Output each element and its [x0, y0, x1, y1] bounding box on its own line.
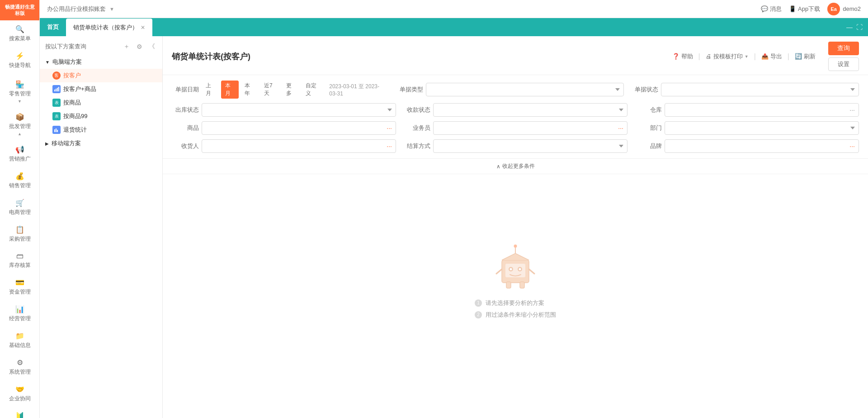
tab-bar-right: — ⛶ [846, 24, 868, 31]
svg-point-14 [514, 244, 517, 247]
print-button[interactable]: 🖨 按模板打印 ▼ [706, 52, 749, 61]
docstatus-label: 单据状态 [631, 86, 658, 94]
docstatus-select[interactable] [661, 83, 859, 96]
sidebar-item-finance[interactable]: 💳 资金管理 [0, 274, 39, 300]
tree-child-by-goods99[interactable]: 表 按商品99 [40, 109, 162, 123]
export-button[interactable]: 📤 导出 [761, 52, 782, 61]
tree-parent-mobile[interactable]: ▶ 移动端方案 [40, 137, 162, 150]
tree-child-by-goods[interactable]: 表 按商品 [40, 96, 162, 109]
sidebar-item-retail[interactable]: 🏪 零售管理 ▼ [0, 76, 39, 108]
collapse-panel-button[interactable]: 《 [147, 42, 157, 52]
svg-point-11 [510, 268, 512, 270]
tree-parent-desktop[interactable]: ▼ 电脑端方案 [40, 55, 162, 69]
refresh-button[interactable]: 🔄 刷新 [795, 52, 816, 61]
date-tab-last-month[interactable]: 上月 [202, 81, 219, 99]
sidebar-item-quicknav[interactable]: ⚡ 快捷导航 [0, 47, 39, 74]
paystatus-select[interactable] [433, 103, 627, 117]
sidebar-item-label: 快捷导航 [9, 62, 31, 69]
print-icon: 🖨 [706, 53, 712, 60]
date-tab-this-year[interactable]: 本年 [241, 81, 258, 99]
divider: | [698, 52, 700, 61]
sidebar: 畅捷通好生意 标版 🔍 搜索菜单 ⚡ 快捷导航 🏪 零售管理 ▼ 📦 批发管理 … [0, 0, 40, 418]
query-button[interactable]: 查询 [828, 42, 859, 55]
settings-scheme-button[interactable]: ⚙ [134, 42, 144, 52]
receiver-dots[interactable]: ··· [387, 142, 392, 150]
paystatus-label: 收款状态 [403, 106, 430, 114]
brand-dots[interactable]: ··· [849, 142, 855, 150]
date-tab-custom[interactable]: 自定义 [302, 81, 324, 99]
sidebar-item-guide[interactable]: 🔰 新手引导 [0, 407, 39, 418]
sidebar-item-search[interactable]: 🔍 搜索菜单 [0, 20, 39, 47]
chevron-down-icon: ▼ [18, 99, 22, 104]
breadcrumb-text: 办公用品行业模拟账套 [47, 5, 106, 13]
date-tab-more[interactable]: 更多 [282, 81, 300, 99]
empty-tip-2: 2 用过滤条件来缩小分析范围 [475, 311, 556, 319]
sidebar-item-purchase[interactable]: 📋 采购管理 [0, 221, 39, 247]
department-select[interactable] [665, 121, 859, 135]
tree-child-label: 按客户+商品 [63, 85, 96, 93]
outstatus-select[interactable] [202, 103, 396, 117]
svg-line-15 [496, 269, 502, 274]
main-wrapper: 办公用品行业模拟账套 ▼ 💬 消息 📱 App下载 Ea demo2 首页 销货… [40, 0, 868, 418]
by-goods-icon: 表 [52, 99, 61, 107]
date-tab-7days[interactable]: 近7天 [260, 81, 280, 99]
settlement-select[interactable] [433, 139, 627, 153]
basic-icon: 📁 [15, 332, 24, 340]
filter-col-outstatus: 出库状态 [172, 103, 396, 117]
sidebar-item-label: 系统管理 [9, 368, 31, 376]
sidebar-item-label: 资金管理 [9, 288, 31, 296]
sidebar-item-label: 搜索菜单 [9, 35, 31, 43]
collapse-up-icon: ∧ [496, 163, 500, 170]
by-goods99-icon: 表 [52, 112, 61, 120]
sidebar-item-enterprise[interactable]: 🤝 企业协同 [0, 380, 39, 407]
by-customer-goods-icon [52, 85, 61, 93]
tree-child-by-customer-goods[interactable]: 按客户+商品 [40, 82, 162, 96]
salesperson-dots[interactable]: ··· [618, 124, 623, 132]
tab-close-icon[interactable]: ✕ [141, 24, 145, 31]
sidebar-item-operation[interactable]: 📊 经营管理 [0, 300, 39, 327]
sidebar-item-system[interactable]: ⚙ 系统管理 [0, 354, 39, 380]
sidebar-item-basic[interactable]: 📁 基础信息 [0, 327, 39, 354]
export-label: 导出 [770, 52, 782, 61]
chevron-up-icon: ▲ [18, 132, 22, 136]
sidebar-item-inventory[interactable]: 🗃 库存核算 [0, 247, 39, 274]
settings-button[interactable]: 设置 [828, 57, 859, 71]
download-icon: 📱 [789, 5, 796, 12]
app-download-label: App下载 [798, 5, 820, 13]
tree-child-return-stat[interactable]: 退货统计 [40, 123, 162, 137]
tab-sales-stat[interactable]: 销货单统计表（按客户） ✕ [66, 19, 152, 37]
add-scheme-button[interactable]: ＋ [122, 42, 132, 52]
filter-col-goods: 商品 ··· [172, 121, 396, 135]
refresh-icon: 🔄 [795, 53, 802, 60]
tree-child-label: 按商品 [63, 99, 81, 107]
goods-dots[interactable]: ··· [387, 124, 392, 132]
goods-label: 商品 [172, 124, 199, 132]
tab-sales-stat-label: 销货单统计表（按客户） [73, 24, 138, 32]
message-button[interactable]: 💬 消息 [761, 5, 782, 13]
app-download-button[interactable]: 📱 App下载 [789, 5, 820, 13]
receiver-label: 收货人 [172, 142, 199, 150]
top-header: 办公用品行业模拟账套 ▼ 💬 消息 📱 App下载 Ea demo2 [40, 0, 868, 18]
tree-child-by-customer[interactable]: 客 按客户 [40, 69, 162, 82]
divider2: | [754, 52, 756, 61]
collapse-bar[interactable]: ∧ 收起更多条件 [163, 159, 868, 174]
sidebar-item-wholesale[interactable]: 📦 批发管理 ▲ [0, 108, 39, 141]
sidebar-item-marketing[interactable]: 📢 营销推广 [0, 141, 39, 167]
date-label: 单据日期 [172, 86, 199, 94]
sidebar-item-label: 经营管理 [9, 315, 31, 323]
doctype-select[interactable] [426, 83, 624, 96]
help-button[interactable]: ❓ 帮助 [672, 52, 693, 61]
chevron-down-icon: ▼ [109, 6, 114, 12]
window-maximize-icon[interactable]: ⛶ [856, 24, 863, 31]
window-minimize-icon[interactable]: — [846, 24, 853, 31]
sidebar-item-ecommerce[interactable]: 🛒 电商管理 [0, 194, 39, 221]
tab-home[interactable]: 首页 [40, 18, 66, 36]
user-menu[interactable]: Ea demo2 [827, 3, 861, 15]
sidebar-item-sales[interactable]: 💰 销售管理 [0, 167, 39, 194]
collapse-label: 收起更多条件 [502, 162, 535, 170]
sales-icon: 💰 [15, 172, 24, 180]
date-tab-this-month[interactable]: 本月 [221, 81, 239, 99]
svg-rect-1 [56, 89, 57, 91]
warehouse-dots[interactable]: ··· [849, 106, 855, 114]
wholesale-icon: 📦 [15, 113, 24, 121]
